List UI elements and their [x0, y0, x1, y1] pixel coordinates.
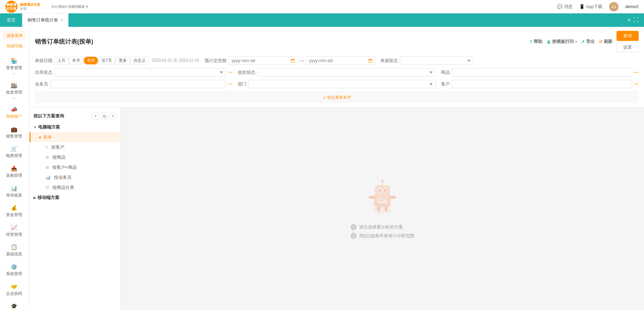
by-product-label: 按商品 [52, 154, 65, 160]
sidebar-item-ecommerce[interactable]: 🛒 电商管理 [0, 142, 29, 162]
add-scheme-button[interactable]: + [92, 113, 99, 119]
tab-minimize-button[interactable]: × [628, 17, 631, 23]
sidebar-item-newbie[interactable]: 🎓 新手引导 [0, 300, 29, 310]
sidebar-item-basic[interactable]: 📋 基础信息 [0, 241, 29, 260]
operations-icon: 📈 [11, 224, 17, 231]
date-separator: — [300, 58, 304, 63]
sidebar-item-wholesale[interactable]: 🏬 批发管理 ▲ [0, 79, 29, 103]
refresh-button[interactable]: ↺ 刷新 [599, 39, 612, 45]
by-salesperson-label: 按业务员 [54, 174, 71, 180]
sidebar-quick-nav[interactable]: 快捷导航 [7, 43, 23, 49]
customer-input[interactable] [452, 80, 632, 88]
sidebar-item-operations[interactable]: 📈 经营管理 [0, 221, 29, 241]
empty-state-illustration [362, 178, 402, 219]
salesperson-more-icon[interactable]: ··· [228, 81, 232, 87]
by-order-label: 按单 [43, 134, 52, 140]
enterprise-icon: 🤝 [11, 283, 17, 290]
sidebar-item-inventory[interactable]: 📊 库存核算 [0, 182, 29, 202]
workspace-selector[interactable]: 办公用品行业模拟账套 ▾ [51, 4, 88, 9]
sidebar-item-retail[interactable]: 🏪 零售管理 ▼ [0, 54, 29, 79]
product-more-icon[interactable]: ··· [634, 69, 639, 75]
department-label: 部门 [238, 81, 247, 87]
payment-status-select[interactable] [257, 68, 435, 76]
message-button[interactable]: 💬 消息 [557, 4, 573, 10]
export-button[interactable]: ↗ 导出 [581, 39, 595, 45]
sidebar-item-enterprise[interactable]: 🤝 企业协同 [0, 280, 29, 300]
message-icon: 💬 [557, 4, 562, 9]
sidebar-item-marketing[interactable]: 📣 营销推广 [0, 103, 29, 123]
newbie-icon: 🎓 [11, 303, 17, 309]
inventory-icon: 📊 [11, 185, 17, 192]
sidebar: 搜索菜单 快捷导航 🏪 零售管理 ▼ 🏬 批发管理 ▲ 📣 营销推广 💼 销售管… [0, 27, 30, 310]
tree-item-by-customer[interactable]: ≡ 按客户 [30, 142, 120, 152]
status-filter-label: 单据状态 [380, 58, 398, 64]
edit-scheme-button[interactable]: ◎ [101, 113, 108, 119]
sidebar-item-ecommerce-label: 电商管理 [6, 153, 22, 159]
collapse-chevron-icon: ∧ [323, 95, 326, 100]
tab-home[interactable]: 首页 [0, 13, 22, 27]
delivery-date-start-input[interactable] [228, 56, 298, 65]
product-input[interactable] [452, 68, 632, 76]
tree-item-by-product[interactable]: ⊞ 按商品 [30, 152, 120, 162]
set-button[interactable]: 设置 [616, 42, 639, 52]
tree-group-pc[interactable]: ▼ 电脑端方案 [30, 122, 120, 132]
content-area: 销售订单统计表(按单) ? 帮助 🖨 按模板打印 ▾ ↗ 导出 [30, 27, 644, 310]
user-name[interactable]: demo2 [625, 4, 639, 9]
tip-num-2: 2 [351, 233, 357, 239]
department-select[interactable] [249, 80, 435, 88]
tab-close-icon[interactable]: × [61, 18, 63, 22]
delivery-date-filter-group: 预计交货期 — [205, 56, 375, 65]
tab-maximize-button[interactable]: ⛶ [633, 17, 639, 23]
tree-item-by-salesperson[interactable]: 📊 按业务员 [30, 172, 120, 183]
this-month-btn[interactable]: 本月 [69, 57, 83, 64]
out-status-more-icon[interactable]: ··· [228, 69, 232, 75]
empty-tips: 1 请先选择要分析的方案 2 用[过滤]条件来缩小分析范围 [351, 224, 414, 239]
sidebar-item-marketing-label: 营销推广 [6, 114, 22, 119]
customer-more-icon[interactable]: ··· [634, 81, 639, 87]
salesperson-input[interactable] [50, 80, 226, 88]
print-button[interactable]: 🖨 按模板打印 ▾ [546, 39, 577, 45]
collapse-panel-button[interactable]: « [110, 113, 116, 119]
left-panel-header: 按以下方案查询 + ◎ « [30, 110, 120, 122]
help-label: 帮助 [534, 39, 542, 45]
message-label: 消息 [564, 4, 573, 10]
out-status-select[interactable] [54, 68, 226, 76]
by-customer-product-label: 按客户+商品 [52, 164, 77, 170]
delivery-date-end-input[interactable] [306, 56, 375, 65]
tree-group-mobile[interactable]: ▶ 移动端方案 [30, 193, 120, 203]
sidebar-search-menu[interactable]: 搜索菜单 [3, 31, 27, 41]
payment-status-filter-group: 收款状态 [238, 68, 435, 76]
prev-month-btn[interactable]: 上月 [54, 57, 68, 64]
filter-row-3: 业务员 ··· 部门 客户 ··· [35, 80, 639, 88]
filter-area: 销售订单统计表(按单) ? 帮助 🖨 按模板打印 ▾ ↗ 导出 [30, 27, 644, 107]
sidebar-item-finance-label: 资金管理 [6, 212, 22, 218]
svg-point-12 [381, 180, 384, 183]
filter-row-1: 单据日期 上月 本月 本年 近7天 更多 自定义 2023-01-01 至 20… [35, 56, 639, 65]
avatar: Ea [609, 2, 619, 11]
sidebar-item-finance[interactable]: 💰 资金管理 [0, 201, 29, 221]
tree-item-by-order[interactable]: ● 按单 [30, 132, 120, 142]
tree-item-by-category[interactable]: ⊟ 按商品分类 [30, 183, 120, 193]
by-category-label: 按商品分类 [52, 185, 74, 191]
tree-item-by-customer-product[interactable]: ⊞ 按客户+商品 [30, 162, 120, 172]
settings-circle-icon: ◎ [103, 114, 106, 118]
last7-btn[interactable]: 近7天 [99, 57, 115, 64]
action-button-group: 查询 设置 [616, 31, 639, 52]
help-button[interactable]: ? 帮助 [530, 39, 542, 45]
query-button[interactable]: 查询 [616, 31, 639, 41]
tab-controls: × ⛶ [628, 17, 644, 23]
app-download-button[interactable]: 📱 App下载 [579, 4, 602, 10]
this-year-btn[interactable]: 本年 [84, 57, 98, 64]
chevron-left-icon: « [112, 114, 114, 118]
sidebar-item-system[interactable]: ⚙️ 系统管理 [0, 260, 29, 280]
sidebar-item-sales[interactable]: 💼 销售管理 [0, 123, 29, 143]
sidebar-item-purchase[interactable]: 📥 采购管理 [0, 162, 29, 182]
status-select[interactable] [400, 56, 474, 65]
date-buttons: 上月 本月 本年 近7天 更多 自定义 [54, 57, 149, 64]
sidebar-item-system-label: 系统管理 [6, 271, 22, 277]
more-date-btn[interactable]: 更多 [116, 57, 130, 64]
tab-active-order-stats[interactable]: 销售订单统计表 × [22, 13, 68, 27]
sidebar-item-purchase-label: 采购管理 [6, 173, 22, 178]
custom-date-btn[interactable]: 自定义 [130, 57, 149, 64]
collapse-more-conditions-bar[interactable]: ∧ 收起更多条件 [35, 92, 639, 103]
